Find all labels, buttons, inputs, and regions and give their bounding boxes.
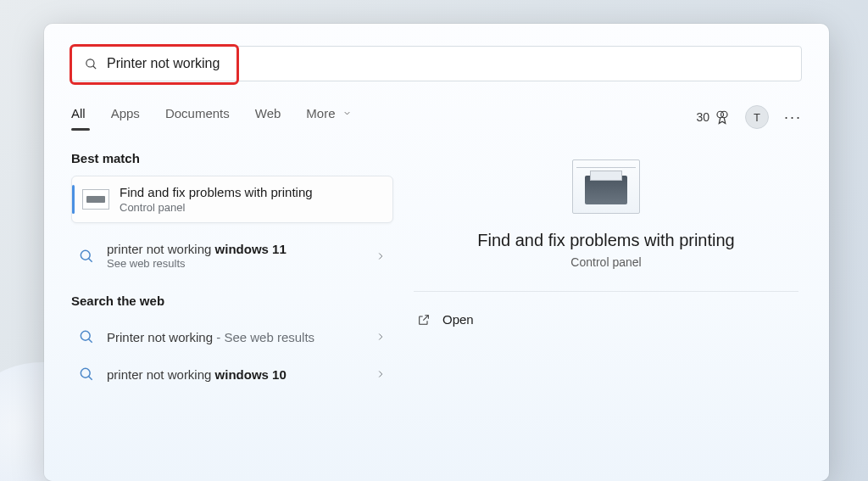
svg-line-5 (89, 258, 92, 261)
web-result-windows10[interactable]: printer not working windows 10 (71, 355, 393, 393)
chevron-right-icon (375, 331, 387, 343)
svg-line-1 (93, 65, 96, 68)
svg-point-6 (81, 331, 90, 340)
search-web-heading: Search the web (71, 294, 393, 308)
web-suggestion-windows11[interactable]: printer not working windows 11 See web r… (71, 232, 393, 280)
suggestion-subtext: See web results (107, 257, 375, 270)
search-input[interactable] (107, 56, 789, 71)
tab-apps[interactable]: Apps (111, 106, 140, 129)
svg-point-0 (86, 59, 94, 66)
search-icon (78, 248, 95, 265)
chevron-down-icon (342, 109, 352, 118)
printer-large-icon (572, 159, 640, 214)
open-label: Open (442, 312, 474, 327)
detail-subtitle: Control panel (410, 255, 802, 269)
web-result-generic[interactable]: Printer not working - See web results (71, 318, 393, 355)
suggestion-text: printer not working windows 11 (107, 242, 375, 256)
divider (414, 291, 798, 292)
search-panel: All Apps Documents Web More 30 T ··· Bes… (44, 24, 829, 481)
best-match-subtitle: Control panel (120, 201, 313, 214)
rewards-icon (715, 109, 730, 125)
tab-documents[interactable]: Documents (165, 106, 230, 129)
chevron-right-icon (375, 368, 387, 380)
search-icon (78, 366, 95, 383)
open-action[interactable]: Open (410, 307, 802, 332)
svg-point-8 (81, 368, 90, 378)
tab-more[interactable]: More (306, 106, 351, 129)
results-column: Best match Find and fix problems with pr… (71, 151, 393, 393)
detail-title: Find and fix problems with printing (410, 231, 802, 250)
printer-thumbnail-icon (82, 189, 109, 210)
account-avatar[interactable]: T (745, 105, 769, 129)
svg-point-3 (721, 111, 727, 118)
svg-line-7 (89, 339, 92, 343)
svg-point-4 (81, 250, 90, 260)
tab-all[interactable]: All (71, 106, 86, 129)
detail-pane: Find and fix problems with printing Cont… (410, 151, 802, 393)
search-box[interactable] (71, 46, 802, 81)
rewards-count: 30 (696, 110, 709, 124)
search-icon (78, 328, 95, 345)
svg-line-9 (89, 377, 92, 380)
chevron-right-icon (375, 250, 387, 262)
suggestion-text: Printer not working - See web results (107, 330, 375, 344)
open-external-icon (417, 313, 431, 327)
search-icon (84, 57, 98, 71)
best-match-heading: Best match (71, 151, 393, 165)
more-options-button[interactable]: ··· (784, 109, 802, 126)
rewards-button[interactable]: 30 (696, 109, 730, 125)
tabs-row: All Apps Documents Web More 30 T ··· (71, 102, 802, 132)
best-match-result[interactable]: Find and fix problems with printing Cont… (71, 176, 393, 223)
suggestion-text: printer not working windows 10 (107, 367, 375, 382)
tab-web[interactable]: Web (255, 106, 281, 129)
best-match-title: Find and fix problems with printing (120, 185, 313, 199)
